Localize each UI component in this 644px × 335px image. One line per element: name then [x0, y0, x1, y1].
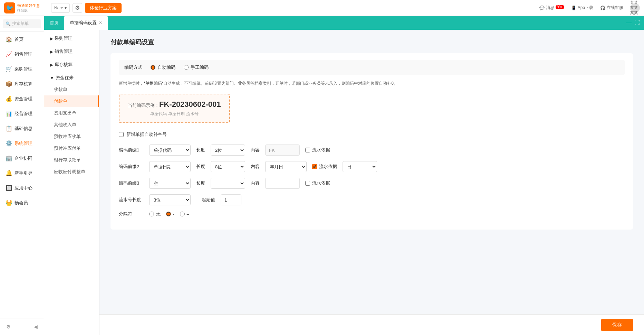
sidebar-item-basic[interactable]: 📋 基础信息: [0, 121, 44, 136]
subnav-item-bank-deposit[interactable]: 银行存取款单: [44, 154, 99, 166]
serial3-option: 流水依据: [305, 180, 330, 186]
subnav-group-purchase: ▶ 采购管理: [44, 32, 99, 44]
subnav-item-prepaid-pay[interactable]: 预付冲应付单: [44, 142, 99, 154]
collapse-sidebar-button[interactable]: ◀: [31, 322, 40, 332]
content1-input[interactable]: [265, 145, 300, 156]
sidebar-item-sales[interactable]: 📈 销售管理: [0, 47, 44, 62]
subnav-group-sales: ▶ 销售管理: [44, 46, 99, 57]
content2-select[interactable]: 年月日 年月 年: [265, 161, 307, 172]
content1-label: 内容: [251, 147, 260, 153]
logo-icon: 🐦: [4, 2, 15, 13]
sidebar-item-guide[interactable]: 🔔 新手引导: [0, 166, 44, 180]
encoding-method-label: 编码方式: [124, 64, 142, 71]
encoding-settings-card: 编码方式 自动编码 手工编码 新增单据时，*单据编码*自动生成，不: [110, 53, 633, 230]
header-right: 💬 消息 99+ 📱 App下载 🎧 在线客服 某某某某某某: [539, 3, 640, 13]
sidebar-item-label: 应用中心: [15, 185, 32, 191]
maximize-icon[interactable]: ⛶: [634, 20, 640, 26]
auto-fill-row: 新增单据自动补空号: [119, 131, 625, 138]
sidebar-item-label: 畅会员: [15, 200, 28, 206]
tab-close-icon[interactable]: ✕: [99, 20, 102, 25]
subnav-item-prepaid-recv[interactable]: 预收冲应收单: [44, 131, 99, 142]
sep-dash-option[interactable]: –: [180, 212, 189, 217]
logo-text: 畅通道好生意 括品版: [17, 3, 40, 12]
auto-fill-checkbox[interactable]: [119, 132, 124, 137]
tab-home[interactable]: 首页: [44, 16, 64, 30]
subnav-item-receipt[interactable]: 收款单: [44, 84, 99, 95]
sep-dot-radio[interactable]: [166, 212, 171, 216]
sidebar-item-label: 经营管理: [15, 111, 32, 117]
sidebar-item-home[interactable]: 🏠 首页: [0, 32, 44, 47]
online-service-action[interactable]: 🎧 在线客服: [600, 5, 623, 11]
prefix3-label: 编码前缀3: [119, 180, 144, 186]
tab-encoding[interactable]: 单据编码设置 ✕: [64, 16, 108, 30]
sidebar-item-purchase[interactable]: 🛒 采购管理: [0, 62, 44, 76]
app-download-action[interactable]: 📱 App下载: [571, 5, 593, 11]
subnav-item-payment[interactable]: 付款单: [44, 95, 99, 107]
page-title: 付款单编码设置: [110, 38, 633, 46]
subnav-expense-label: 费用支出单: [54, 110, 76, 115]
settings-gear-button[interactable]: ⚙: [73, 3, 82, 13]
subnav-item-expense[interactable]: 费用支出单: [44, 107, 99, 119]
serial1-checkbox[interactable]: [305, 148, 310, 152]
sidebar-search-inner[interactable]: 🔍 搜索菜单: [3, 19, 41, 28]
online-service-label: 在线客服: [607, 5, 623, 11]
subnav-group-purchase-title[interactable]: ▶ 采购管理: [44, 32, 99, 44]
sep-dash-radio[interactable]: [180, 212, 185, 216]
subnav-group-sales-title[interactable]: ▶ 销售管理: [44, 46, 99, 57]
code-preview-value: 当前编码示例：FK-20230602-001: [128, 100, 221, 109]
manual-encoding-option[interactable]: 手工编码: [184, 64, 209, 71]
sidebar-item-finance[interactable]: 💰 资金管理: [0, 91, 44, 106]
sidebar-item-system[interactable]: ⚙️ 系统管理: [0, 136, 44, 151]
breadcrumb-text: Nare: [54, 6, 63, 10]
auto-encoding-option[interactable]: 自动编码: [151, 64, 175, 71]
subnav-group-inventory-title[interactable]: ▶ 库存核算: [44, 59, 99, 71]
serial2-day-select[interactable]: 日 月 年: [343, 161, 377, 172]
serial-length-select[interactable]: 3位 4位 5位 6位: [149, 194, 191, 205]
sep-none-option[interactable]: 无: [149, 211, 161, 217]
headset-icon: 🎧: [600, 6, 605, 10]
code-preview: 当前编码示例：FK-20230602-001 单据代码-单据日期-流水号: [119, 94, 230, 123]
serial2-checkbox[interactable]: [312, 164, 317, 169]
minimize-icon[interactable]: —: [626, 20, 632, 26]
message-action[interactable]: 💬 消息 99+: [539, 5, 564, 11]
save-button[interactable]: 保存: [601, 319, 633, 331]
sidebar-item-label: 系统管理: [15, 140, 32, 147]
message-label: 消息: [546, 5, 554, 11]
separator-options: 无 · –: [149, 211, 189, 217]
length2-select[interactable]: 8位 6位: [211, 161, 245, 172]
subnav-item-income[interactable]: 其他收入单: [44, 119, 99, 131]
subnav-group-funds-title[interactable]: ▼ 资金往来: [44, 72, 99, 84]
length1-select[interactable]: 2位 4位: [211, 145, 245, 156]
message-badge: 99+: [556, 5, 564, 9]
search-icon: 🔍: [6, 21, 11, 26]
prefix3-select[interactable]: 单据代码 单据日期 部门 业务员 空: [149, 178, 191, 189]
sep-dot-option[interactable]: ·: [166, 212, 174, 217]
content3-input[interactable]: [265, 178, 300, 189]
chevron-right-icon: ▶: [50, 62, 53, 67]
sep-none-radio[interactable]: [149, 212, 154, 216]
trial-button[interactable]: 体验行业方案: [85, 3, 122, 13]
manual-encoding-radio[interactable]: [184, 65, 189, 70]
header-middle: Nare ▾ ⚙ 体验行业方案: [51, 3, 537, 13]
sidebar-item-operations[interactable]: 📊 经营管理: [0, 106, 44, 121]
prefix2-select[interactable]: 单据代码 单据日期 部门 业务员 空: [149, 161, 191, 172]
start-value-input[interactable]: [221, 194, 241, 205]
breadcrumb-dropdown[interactable]: Nare ▾: [51, 3, 70, 13]
prefix1-label: 编码前缀1: [119, 147, 144, 153]
sidebar-search-area[interactable]: 🔍 搜索菜单: [0, 16, 44, 32]
serial3-checkbox[interactable]: [305, 181, 310, 186]
sidebar-item-enterprise[interactable]: 🏢 企业协同: [0, 151, 44, 166]
page-content: 付款单编码设置 编码方式 自动编码 手工编码: [99, 30, 644, 314]
serial3-label: 流水依据: [312, 180, 330, 186]
sidebar-item-member[interactable]: 👑 畅会员: [0, 195, 44, 210]
user-avatar[interactable]: 某某某某某某: [630, 3, 640, 13]
sidebar-item-inventory[interactable]: 📦 库存核算: [0, 76, 44, 91]
prefix1-select[interactable]: 单据代码 单据日期 部门 业务员 空: [149, 145, 191, 156]
subnav-prepaid-pay-label: 预付冲应付单: [54, 146, 81, 151]
auto-encoding-radio[interactable]: [151, 65, 155, 70]
enterprise-icon: 🏢: [6, 155, 12, 161]
sidebar-item-apps[interactable]: 🔲 应用中心: [0, 180, 44, 195]
settings-bottom-button[interactable]: ⚙: [3, 322, 13, 332]
subnav-item-adjustment[interactable]: 应收应付调整单: [44, 166, 99, 178]
length3-select[interactable]: [211, 178, 245, 189]
